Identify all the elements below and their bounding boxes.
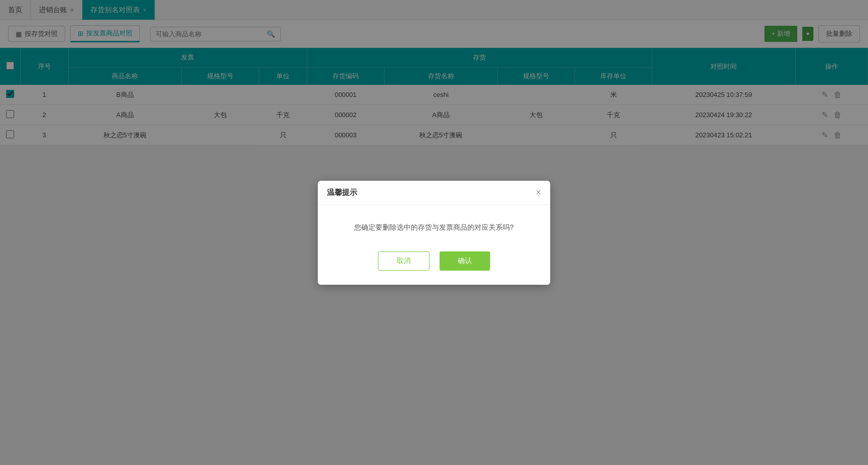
dialog-overlay: 温馨提示 × 您确定要删除选中的存货与发票商品的对应关系吗? 取消 确认 [0,0,868,145]
